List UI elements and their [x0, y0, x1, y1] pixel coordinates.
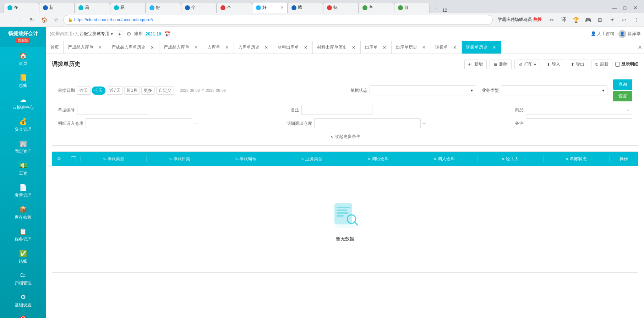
docno-input[interactable]	[77, 105, 148, 115]
out-warehouse-input[interactable]	[314, 118, 421, 128]
date-btn-1month[interactable]: 近1月	[124, 87, 140, 95]
display-cols-checkbox[interactable]	[615, 62, 620, 67]
refresh-browser-button[interactable]: ↻	[27, 15, 37, 25]
setting-button[interactable]: 设置	[613, 91, 632, 101]
date-btn-today[interactable]: 今天	[92, 87, 105, 95]
game-button[interactable]: 🎮	[583, 15, 593, 25]
app-tab-close-10[interactable]: ✕	[452, 45, 457, 50]
browser-tab-2[interactable]: 新	[39, 2, 75, 13]
import-button[interactable]: ⬇ 导入	[543, 60, 564, 69]
status-select[interactable]: ▾	[370, 85, 476, 95]
date-btn-7days[interactable]: 近7天	[107, 87, 123, 95]
app-tab-1[interactable]: 产成品入库单 ✕	[64, 41, 107, 54]
print-button[interactable]: 🖨 打印 ▾	[514, 60, 540, 69]
th-doc-type[interactable]: ⇅ 单账类型	[81, 156, 147, 162]
note-input[interactable]	[301, 105, 372, 115]
sidebar-item-guide[interactable]: 🎯 新手引导	[0, 312, 46, 318]
th-doc-status[interactable]: ⇅ 单账状态	[544, 156, 610, 162]
app-tab-5[interactable]: 入库单历史 ✕	[234, 41, 273, 54]
forward-button[interactable]: →	[15, 15, 25, 25]
new-button[interactable]: + + 新增	[464, 60, 487, 69]
bookmark-button[interactable]: ☆	[51, 15, 61, 25]
maximize-button[interactable]: □	[620, 3, 630, 13]
app-tab-close-5[interactable]: ✕	[264, 45, 269, 50]
settings-top-icon[interactable]: ⚙	[126, 30, 131, 37]
date-btn-more[interactable]: 更多	[141, 87, 155, 95]
sidebar-item-inventory[interactable]: 📦 库存核算	[0, 202, 46, 224]
menu-button[interactable]: ⋮	[631, 15, 641, 25]
th-doc-date[interactable]: ⇅ 单账日期	[147, 156, 213, 162]
undo-button[interactable]: ↩	[619, 15, 629, 25]
close-all-tabs-button[interactable]: ✕	[635, 41, 644, 54]
sidebar-item-home[interactable]: 🏠 首页	[0, 48, 46, 70]
th-settings[interactable]: ⚙	[52, 156, 66, 161]
browser-tab-5[interactable]: 好	[146, 2, 181, 13]
browser-tab-3[interactable]: 易	[75, 2, 110, 13]
calendar-icon[interactable]: 📅	[164, 31, 170, 37]
home-button[interactable]: 🏠	[39, 15, 49, 25]
app-tab-close-11[interactable]: ✕	[492, 45, 497, 50]
translate-button[interactable]: 译	[559, 15, 569, 25]
sidebar-item-payroll[interactable]: 💵 工资	[0, 158, 46, 180]
th-handler[interactable]: ⇅ 经手人	[477, 156, 544, 162]
th-biz-type[interactable]: ⇅ 业务类型	[279, 156, 345, 162]
extensions-button[interactable]: ✂	[547, 15, 557, 25]
browser-tab-7[interactable]: 企	[217, 2, 252, 13]
sidebar-item-close-accounts[interactable]: ✅ 结账	[0, 246, 46, 268]
app-tab-4[interactable]: 入库单 ✕	[203, 41, 234, 54]
sidebar-item-tax[interactable]: 📋 税务管理	[0, 224, 46, 246]
date-btn-custom[interactable]: 自定义	[156, 87, 174, 95]
sidebar-item-reports[interactable]: ☁ 云报表中心	[0, 92, 46, 114]
th-out-warehouse[interactable]: ⇅ 调出仓库	[345, 156, 411, 162]
app-tab-6[interactable]: 材料出库单 ✕	[273, 41, 313, 54]
select-all-checkbox[interactable]	[71, 156, 76, 161]
app-tab-close-9[interactable]: ✕	[421, 45, 426, 50]
in-warehouse-dots[interactable]: ···	[194, 121, 198, 126]
app-tab-close-3[interactable]: ✕	[193, 45, 198, 50]
browser-tab-close-8[interactable]: ✕	[280, 5, 284, 10]
company-selector[interactable]: (勿删勿禁用) 江西服宝测试专用 ▾	[50, 31, 113, 37]
app-tab-10[interactable]: 调拨单 ✕	[431, 41, 462, 54]
date-btn-yesterday[interactable]: 昨天	[77, 87, 91, 95]
app-tab-close-1[interactable]: ✕	[98, 45, 103, 50]
app-tab-3[interactable]: 产成品入库单 ✕	[159, 41, 203, 54]
app-tab-home[interactable]: 首页	[46, 41, 64, 54]
new-tab-button[interactable]: +	[431, 3, 441, 13]
query-button[interactable]: 查询	[613, 79, 632, 90]
reward-button[interactable]: 🏆	[571, 15, 581, 25]
browser-tab-8[interactable]: 好 ✕	[252, 2, 288, 13]
sidebar-item-funds[interactable]: 💰 资金管理	[0, 114, 46, 136]
sidebar-item-assets[interactable]: 🏢 固定资产	[0, 136, 46, 158]
browser-tab-11[interactable]: 各	[359, 2, 394, 13]
app-tab-close-4[interactable]: ✕	[224, 45, 229, 50]
browser-tab-6[interactable]: 个	[181, 2, 217, 13]
back-button[interactable]: ←	[3, 15, 13, 25]
sidebar-item-archive[interactable]: 🗂 归档管理	[0, 268, 46, 290]
browser-tab-9[interactable]: 腾	[288, 2, 323, 13]
collapse-filter-button[interactable]: ∧ 收起更多条件	[58, 132, 632, 141]
browser-tab-10[interactable]: 畅	[323, 2, 359, 13]
app-tab-8[interactable]: 出库单 ✕	[361, 41, 392, 54]
refresh-button[interactable]: ↻ 刷新	[591, 60, 612, 69]
browser-tab-1[interactable]: 在	[4, 2, 39, 13]
export-button[interactable]: ⬆ 导出	[567, 60, 588, 69]
app-tab-close-8[interactable]: ✕	[382, 45, 387, 50]
th-checkbox[interactable]	[66, 156, 81, 161]
browser-tab-12[interactable]: 目	[394, 2, 430, 13]
app-tab-11[interactable]: 调拨单历史 ✕	[462, 41, 501, 54]
sidebar-item-ledger[interactable]: 📒 总账	[0, 70, 46, 92]
close-window-button[interactable]: ✕	[631, 3, 640, 13]
add-company-button[interactable]: +	[116, 30, 124, 38]
out-warehouse-dots[interactable]: ···	[423, 121, 426, 126]
address-bar[interactable]: 🔒 https://cloud.chanjet.com/accounting/u…	[63, 15, 493, 25]
app-tab-2[interactable]: 产成品入库单历史 ✕	[107, 41, 159, 54]
delete-button[interactable]: 🗑 删除	[490, 60, 512, 69]
minimize-button[interactable]: —	[609, 3, 619, 13]
goods-select[interactable]: ···	[526, 105, 632, 115]
app-tab-7[interactable]: 材料出库单历史 ✕	[313, 41, 361, 54]
app-tab-close-7[interactable]: ✕	[351, 45, 356, 50]
grid-button[interactable]: ⊞	[595, 15, 605, 25]
sidebar-item-settings[interactable]: ⚙ 基础设置	[0, 290, 46, 312]
app-tab-close-6[interactable]: ✕	[303, 45, 308, 50]
note2-input[interactable]	[526, 118, 632, 128]
